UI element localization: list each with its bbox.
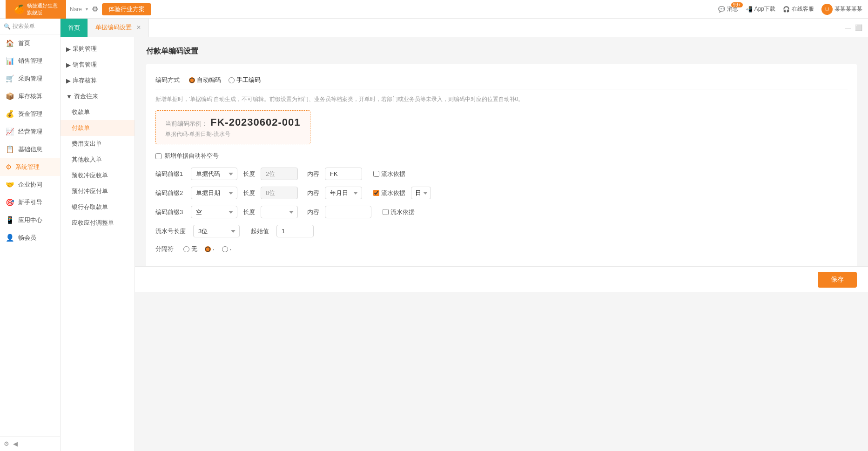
secondary-sidebar: ▶ 采购管理 ▶ 销售管理 ▶ 库存核算 ▼ 资金往来 收款单 bbox=[61, 37, 135, 451]
encoding-radio-group: 自动编码 手工编码 bbox=[189, 76, 261, 84]
online-service-btn[interactable]: 🎧 在线客服 bbox=[783, 5, 814, 13]
tab-close-icon[interactable]: ✕ bbox=[136, 24, 141, 31]
secondary-item-expense[interactable]: 费用支出单 bbox=[61, 136, 135, 152]
trial-button[interactable]: 体验行业方案 bbox=[102, 3, 151, 15]
search-icon: 🔍 bbox=[4, 23, 11, 30]
length3-select[interactable] bbox=[261, 206, 298, 218]
sidebar-item-appcenter[interactable]: 📱 应用中心 bbox=[0, 211, 60, 229]
top-bar-right: 💬 消息 99+ 📲 App下载 🎧 在线客服 U 某某某某某 bbox=[718, 4, 862, 15]
auto-fill-row: 新增单据自动补空号 bbox=[155, 152, 848, 160]
separator-dot[interactable]: · bbox=[205, 246, 215, 253]
serial1-label: 流水依据 bbox=[381, 170, 405, 178]
secondary-item-income[interactable]: 其他收入单 bbox=[61, 152, 135, 168]
sidebar-item-stock[interactable]: 📦 库存核算 bbox=[0, 88, 60, 105]
start-value-label: 起始值 bbox=[251, 227, 269, 236]
member-icon: 👤 bbox=[6, 234, 14, 242]
guide-icon: 🎯 bbox=[6, 198, 14, 207]
message-badge: 99+ bbox=[731, 2, 743, 7]
start-value-input[interactable] bbox=[276, 225, 314, 237]
save-button[interactable]: 保存 bbox=[818, 272, 857, 288]
secondary-group-sales[interactable]: ▶ 销售管理 bbox=[61, 57, 135, 73]
sidebar-item-member[interactable]: 👤 畅会员 bbox=[0, 229, 60, 247]
sidebar-item-purchase[interactable]: 🛒 采购管理 bbox=[0, 70, 60, 88]
separator-row: 分隔符 无 · · bbox=[155, 245, 848, 253]
sidebar-item-system[interactable]: ⚙ 系统管理 bbox=[0, 158, 60, 176]
download-icon: 📲 bbox=[746, 6, 753, 13]
sidebar-collapse-icon[interactable]: ◀ bbox=[13, 440, 18, 447]
home-icon: 🏠 bbox=[6, 39, 14, 47]
secondary-item-adjust[interactable]: 应收应付调整单 bbox=[61, 215, 135, 231]
serial2-checkbox-row: 流水依据 bbox=[373, 189, 405, 197]
secondary-item-bank[interactable]: 银行存取款单 bbox=[61, 199, 135, 215]
headset-icon: 🎧 bbox=[783, 6, 790, 13]
secondary-item-receipt[interactable]: 收款单 bbox=[61, 104, 135, 120]
secondary-group-finance[interactable]: ▼ 资金往来 bbox=[61, 88, 135, 104]
secondary-group-purchase[interactable]: ▶ 采购管理 bbox=[61, 41, 135, 57]
auto-fill-checkbox[interactable] bbox=[155, 153, 161, 159]
serial3-checkbox[interactable] bbox=[383, 209, 389, 215]
tab-code-settings[interactable]: 单据编码设置 ✕ bbox=[88, 19, 149, 37]
sidebar-item-basic[interactable]: 📋 基础信息 bbox=[0, 141, 60, 158]
sidebar-settings-icon[interactable]: ⚙ bbox=[4, 440, 9, 447]
content-area: 首页 单据编码设置 ✕ — ⬜ ▶ 采购管理 ▶ 销售管理 bbox=[61, 19, 868, 451]
content1-input[interactable] bbox=[325, 168, 362, 180]
sidebar: 🔍 搜索菜单 🏠 首页 📊 销售管理 🛒 采购管理 📦 库存核算 💰 资金管理 … bbox=[0, 19, 61, 451]
serial-length-select[interactable]: 3位 4位 5位 bbox=[193, 225, 240, 237]
tab-minimize-icon[interactable]: — bbox=[845, 24, 851, 31]
stock-icon: 📦 bbox=[6, 92, 14, 101]
dropdown-icon[interactable]: ▾ bbox=[86, 7, 88, 12]
app-download-btn[interactable]: 📲 App下载 bbox=[746, 5, 775, 13]
message-btn[interactable]: 💬 消息 99+ bbox=[718, 5, 738, 13]
sidebar-item-enterprise[interactable]: 🤝 企业协同 bbox=[0, 176, 60, 194]
sidebar-item-guide[interactable]: 🎯 新手引导 bbox=[0, 194, 60, 211]
hint-text: 新增单据时，'单据编码'自动生成，不可编辑。前缀设置为部门、业务员等档案类，开单… bbox=[155, 95, 848, 104]
operation-icon: 📈 bbox=[6, 128, 14, 136]
content3-input[interactable] bbox=[325, 206, 371, 218]
serial1-checkbox[interactable] bbox=[373, 171, 379, 177]
page-title: 付款单编码设置 bbox=[146, 47, 857, 56]
sidebar-bottom: ⚙ ◀ bbox=[0, 436, 60, 451]
settings-icon[interactable]: ⚙ bbox=[92, 5, 98, 13]
logo-text: 畅捷通好生意 旗舰版 bbox=[27, 2, 58, 16]
main-content: 付款单编码设置 编码方式 自动编码 手工编码 bbox=[135, 37, 868, 451]
sidebar-item-operation[interactable]: 📈 经营管理 bbox=[0, 123, 60, 141]
content3-label: 内容 bbox=[307, 208, 319, 216]
sidebar-item-sales[interactable]: 📊 销售管理 bbox=[0, 52, 60, 70]
config-row-1: 编码前缀1 单据代码 长度 内容 流水依据 bbox=[155, 168, 848, 180]
encoding-method-label: 编码方式 bbox=[155, 76, 180, 84]
bottom-bar: 保存 bbox=[135, 266, 868, 292]
sidebar-item-home[interactable]: 🏠 首页 bbox=[0, 34, 60, 52]
auto-code-radio[interactable]: 自动编码 bbox=[189, 76, 221, 84]
appcenter-icon: 📱 bbox=[6, 216, 14, 224]
secondary-group-stock[interactable]: ▶ 库存核算 bbox=[61, 73, 135, 88]
secondary-item-prepayment-receipt[interactable]: 预收冲应收单 bbox=[61, 168, 135, 183]
content2-label: 内容 bbox=[307, 189, 319, 197]
secondary-item-prepayment-pay[interactable]: 预付冲应付单 bbox=[61, 183, 135, 199]
sales-chevron-icon: ▶ bbox=[66, 61, 71, 68]
prefix2-select[interactable]: 单据日期 bbox=[191, 187, 237, 199]
sidebar-item-finance[interactable]: 💰 资金管理 bbox=[0, 105, 60, 123]
serial2-checkbox[interactable] bbox=[373, 190, 379, 196]
sidebar-search[interactable]: 🔍 搜索菜单 bbox=[0, 19, 60, 34]
content2-select[interactable]: 年月日 bbox=[325, 187, 362, 199]
user-avatar[interactable]: U 某某某某某 bbox=[821, 4, 862, 15]
secondary-item-payment[interactable]: 付款单 bbox=[61, 120, 135, 136]
auto-fill-label: 新增单据自动补空号 bbox=[164, 152, 219, 160]
content1-label: 内容 bbox=[307, 170, 319, 178]
separator-dot2[interactable]: · bbox=[222, 246, 232, 253]
prefix1-select[interactable]: 单据代码 bbox=[191, 168, 237, 180]
tab-home[interactable]: 首页 bbox=[61, 19, 88, 37]
tab-maximize-icon[interactable]: ⬜ bbox=[855, 24, 862, 31]
system-icon: ⚙ bbox=[6, 163, 12, 171]
top-bar-left: Nare ▾ ⚙ 体验行业方案 bbox=[70, 3, 714, 15]
separator-none[interactable]: 无 bbox=[183, 245, 197, 253]
message-icon: 💬 bbox=[718, 6, 725, 13]
preview-code: FK-20230602-001 bbox=[210, 116, 301, 128]
serial-row: 流水号长度 3位 4位 5位 起始值 bbox=[155, 225, 848, 237]
day-select[interactable]: 日 月 年 bbox=[411, 187, 431, 199]
serial2-label: 流水依据 bbox=[381, 189, 405, 197]
prefix3-select[interactable]: 空 bbox=[191, 206, 237, 218]
serial3-checkbox-row: 流水依据 bbox=[383, 208, 415, 216]
stock-chevron-icon: ▶ bbox=[66, 77, 71, 84]
manual-code-radio[interactable]: 手工编码 bbox=[229, 76, 261, 84]
